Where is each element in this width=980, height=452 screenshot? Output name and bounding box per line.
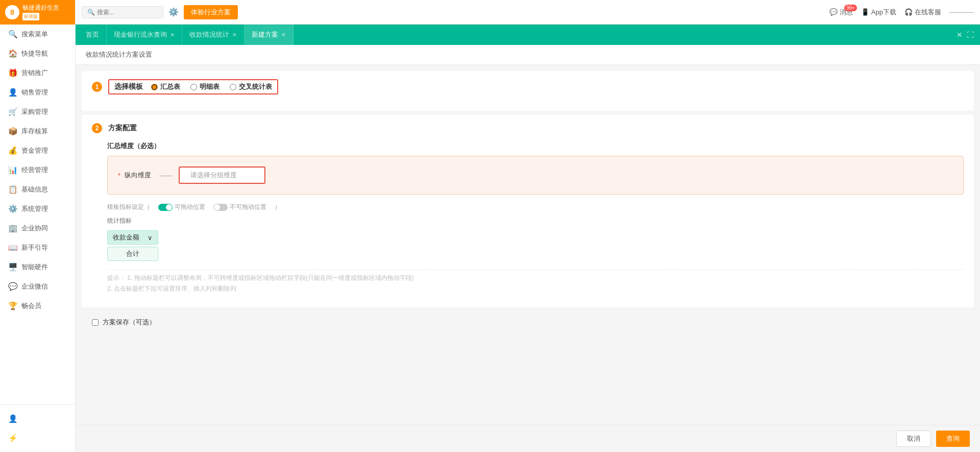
hardware-icon: 🖥️ (8, 263, 17, 272)
tab-close-1[interactable]: ✕ (170, 32, 175, 38)
movable-label: 可拖动位置 (175, 203, 205, 211)
sidebar-item-inventory[interactable]: 📦库存核算 (0, 122, 75, 141)
sidebar-item-search[interactable]: 🔍搜索菜单 (0, 25, 75, 44)
radio-input-detail[interactable] (190, 84, 197, 90)
tab-close-3[interactable]: ✕ (281, 32, 286, 38)
marketing-icon: 🎁 (8, 68, 17, 78)
system-icon: ⚙️ (8, 204, 17, 213)
query-button[interactable]: 查询 (936, 431, 970, 447)
search-box[interactable]: 🔍 (82, 6, 163, 18)
stats-subtotal: 合计 (107, 247, 158, 261)
app-badge: 标准版 (22, 13, 39, 20)
sidebar-item-bottom1[interactable]: 👤 (0, 409, 75, 429)
maximize-btn[interactable]: ⛶ (967, 31, 974, 39)
sidebar-item-guide[interactable]: 📖新手引导 (0, 238, 75, 257)
dimension-arrow: —— (159, 172, 173, 179)
sidebar-item-label-hardware: 智能硬件 (21, 263, 48, 272)
radio-option-summary[interactable]: 汇总表 (151, 82, 180, 91)
download-btn[interactable]: 📱 App下载 (861, 8, 896, 17)
sidebar-item-basic[interactable]: 📋基础信息 (0, 180, 75, 199)
sidebar-item-label-inventory: 库存核算 (21, 127, 48, 136)
tab-close-2[interactable]: ✕ (232, 32, 237, 38)
trial-button[interactable]: 体验行业方案 (184, 5, 238, 19)
immovable-toggle[interactable] (213, 204, 228, 211)
search-input[interactable] (97, 9, 158, 16)
sidebar-item-wechat[interactable]: 💬企业微信 (0, 277, 75, 296)
tabbar-controls: ✕ ⛶ (957, 31, 978, 39)
notification-btn[interactable]: 💬 消息 99+ (829, 8, 853, 17)
sidebar-item-operations[interactable]: 📊经营管理 (0, 160, 75, 180)
tab-label-2: 收款情况统计 (189, 30, 229, 39)
stats-tag-label: 收款金额 (113, 233, 139, 242)
download-label: App下载 (871, 8, 896, 17)
radio-option-cross[interactable]: 交叉统计表 (230, 82, 272, 91)
close-tab-btn[interactable]: ✕ (957, 31, 963, 39)
sidebar-item-nav[interactable]: 🏠快捷导航 (0, 44, 75, 63)
required-star: * (118, 172, 120, 179)
sidebar-bottom: 👤 ⚡ (0, 405, 75, 452)
service-label: 在线客服 (915, 8, 941, 17)
sidebar-item-enterprise[interactable]: 🏢企业协同 (0, 219, 75, 238)
step1-section: 1 选择模板 汇总表明细表交叉统计表 (82, 71, 974, 111)
sidebar-item-bottom2[interactable]: ⚡ (0, 429, 75, 448)
movable-toggle[interactable] (158, 204, 173, 211)
indicators-close-paren: ） (275, 203, 281, 211)
dropdown-icon: ∨ (148, 234, 153, 242)
indicators-label-row: 模板指标设定（ 可拖动位置 不可拖动位置 ） (107, 203, 964, 211)
save-checkbox[interactable] (92, 319, 99, 326)
sidebar-item-label-nav: 快捷导航 (21, 49, 48, 58)
sidebar-item-label-system: 系统管理 (21, 204, 48, 213)
step1-title: 选择模板 汇总表明细表交叉统计表 (108, 79, 278, 94)
sidebar-item-label-member: 畅会员 (21, 301, 41, 311)
sidebar-item-label-enterprise: 企业协同 (21, 224, 48, 233)
tab-3[interactable]: 新建方案✕ (244, 25, 293, 45)
tab-1[interactable]: 现金银行流水查询✕ (107, 25, 182, 45)
radio-input-cross[interactable] (230, 84, 236, 90)
page-header: 收款情况统计方案设置 (76, 45, 980, 65)
sidebar-item-label-operations: 经营管理 (21, 165, 48, 175)
sidebar-item-hardware[interactable]: 🖥️智能硬件 (0, 257, 75, 277)
tips-section: 提示： 1. 拖动标题栏可以调整布局，不可跨维度或指标区域拖动栏目字段(只能在同… (107, 269, 964, 299)
sidebar-item-label-purchase: 采购管理 (21, 107, 48, 116)
main-content: 收款情况统计方案设置 1 选择模板 汇总表明细表交叉统计表 2 方案配置 (76, 45, 980, 425)
dimension-select-btn[interactable]: 请选择分组维度 (179, 166, 265, 184)
tip2-text: 2. 点击标题栏下拉可设置排序、插入列和删除列 (107, 284, 964, 293)
radio-option-detail[interactable]: 明细表 (190, 82, 219, 91)
main-area: 🔍 ⚙️ 体验行业方案 💬 消息 99+ 📱 App下载 🎧 在线客服 ————… (76, 0, 980, 452)
download-icon: 📱 (861, 8, 869, 16)
step2-header-row: 2 方案配置 (92, 123, 964, 133)
message-icon: 💬 (829, 8, 838, 16)
tab-0[interactable]: 首页 (78, 25, 107, 45)
dimension-area: * 纵向维度 —— 请选择分组维度 (107, 156, 964, 195)
notification-badge: 99+ (844, 5, 857, 11)
sidebar-item-label-sales: 销售管理 (21, 88, 48, 97)
tab-2[interactable]: 收款情况统计✕ (182, 25, 244, 45)
settings-icon[interactable]: ⚙️ (168, 7, 179, 17)
sidebar-item-finance[interactable]: 💰资金管理 (0, 141, 75, 160)
save-checkbox-label: 方案保存（可选） (103, 318, 156, 327)
sidebar-item-member[interactable]: 🏆畅会员 (0, 296, 75, 316)
cancel-button[interactable]: 取消 (896, 431, 931, 447)
sidebar-item-marketing[interactable]: 🎁营销推广 (0, 63, 75, 83)
sidebar-item-label-marketing: 营销推广 (21, 68, 48, 78)
bottom2-icon: ⚡ (8, 434, 17, 443)
step1-title-text: 选择模板 (114, 82, 143, 91)
save-option-section: 方案保存（可选） (82, 312, 974, 333)
service-btn[interactable]: 🎧 在线客服 (904, 8, 941, 17)
stats-tag-amount[interactable]: 收款金额 ∨ (107, 230, 158, 245)
logo-icon: 8 (5, 5, 19, 19)
enterprise-icon: 🏢 (8, 224, 17, 233)
radio-label-summary: 汇总表 (160, 82, 180, 91)
topbar: 🔍 ⚙️ 体验行业方案 💬 消息 99+ 📱 App下载 🎧 在线客服 ———— (76, 0, 980, 25)
sidebar-item-system[interactable]: ⚙️系统管理 (0, 199, 75, 219)
radio-input-summary[interactable] (151, 84, 158, 90)
vertical-dimension-label: 纵向维度 (125, 171, 151, 180)
nav-icon: 🏠 (8, 49, 17, 58)
page-header-text: 收款情况统计方案设置 (86, 51, 152, 58)
bottom1-icon: 👤 (8, 414, 17, 423)
sidebar-item-purchase[interactable]: 🛒采购管理 (0, 102, 75, 122)
sales-icon: 👤 (8, 88, 17, 97)
sidebar-item-sales[interactable]: 👤销售管理 (0, 83, 75, 102)
step2-title: 方案配置 (108, 124, 137, 133)
radio-label-detail: 明细表 (200, 82, 219, 91)
